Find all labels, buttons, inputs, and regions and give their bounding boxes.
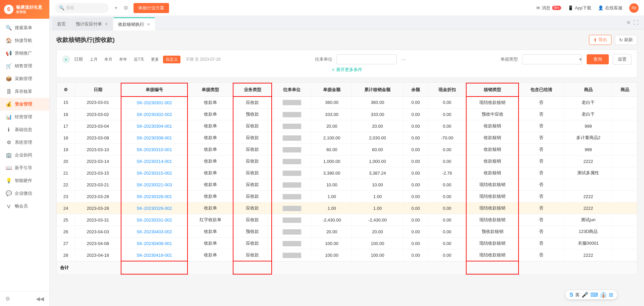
search-icon: 🔍: [59, 5, 64, 10]
table-row[interactable]: 19 2023-03-10 SK-20230310-001 收款单 应收款 ██…: [57, 144, 637, 156]
table-row[interactable]: 15 2023-03-01 SK-20230301-002 收款单 应收款 ██…: [57, 97, 637, 109]
shirt-icon[interactable]: 👔: [600, 292, 607, 298]
partner-input[interactable]: [336, 54, 397, 64]
sidebar-item-marketing[interactable]: 📢营销推广: [0, 47, 49, 60]
expand-more-btn[interactable]: ∨ 展开更多条件: [62, 65, 632, 73]
cell-date: 2023-04-03: [75, 226, 121, 238]
tab-collection-close[interactable]: ✕: [147, 22, 150, 27]
grid-icon[interactable]: ⊞: [609, 292, 613, 298]
cell-verify-type: 现结收款核销: [466, 97, 519, 109]
sidebar-item-operation[interactable]: 📊经营管理: [0, 111, 49, 123]
doc-no-link[interactable]: SK-20230328-001: [137, 194, 172, 199]
table-row[interactable]: 17 2023-03-04 SK-20230304-001 收款单 应收款 ██…: [57, 120, 637, 132]
tab-collection[interactable]: 收款核销执行 ✕: [113, 17, 155, 30]
topbar-gear-icon[interactable]: ⚙: [123, 5, 128, 11]
sidebar-item-wechat[interactable]: 💬企业微信: [0, 187, 49, 200]
doc-no-link[interactable]: SK-20230302-002: [137, 112, 172, 117]
filter-expand-button[interactable]: »: [62, 55, 70, 63]
sidebar-nav: 🔍搜索菜单 🏠快捷导航 📢营销推广 🛒销售管理 📦采购管理 🗄库存核算 💰资金管…: [0, 19, 49, 291]
doc-no-link[interactable]: SK-20230331-002: [137, 218, 172, 223]
tab-receivables[interactable]: 预计应应付单 ✕: [71, 17, 113, 30]
date-opt-more[interactable]: 更多: [148, 56, 162, 63]
settings-icon[interactable]: ⚙: [5, 296, 10, 302]
table-row[interactable]: 27 2023-04-08 SK-20230408-001 收款单 应收款 ██…: [57, 238, 637, 249]
cell-no: 18: [57, 132, 75, 144]
sidebar-item-search[interactable]: 🔍搜索菜单: [0, 21, 49, 34]
setting-button[interactable]: 设置: [613, 54, 632, 65]
app-download-item[interactable]: 📱 App下载: [568, 5, 591, 11]
sidebar-item-sales[interactable]: 🛒销售管理: [0, 60, 49, 72]
doc-no-link[interactable]: SK-20230304-001: [137, 124, 172, 129]
eng-label[interactable]: 英: [575, 292, 580, 298]
date-opt-last-month[interactable]: 上月: [87, 56, 100, 63]
cell-doc-no: SK-20230302-002: [121, 109, 188, 120]
doc-no-link[interactable]: SK-20230308-001: [137, 135, 172, 140]
doc-no-link[interactable]: SK-20230314-001: [137, 159, 172, 164]
tab-expand-icon[interactable]: ⛶: [633, 20, 639, 26]
doc-no-link[interactable]: SK-20230403-002: [137, 229, 172, 234]
date-opt-this-month[interactable]: 本月: [102, 56, 115, 63]
cell-verified: 100.00: [352, 238, 403, 249]
solution-button[interactable]: 体验行业方案: [133, 3, 169, 13]
cell-verified: 20.00: [352, 120, 403, 132]
doc-no-link[interactable]: SK-20230328-002: [137, 206, 172, 211]
table-row[interactable]: 26 2023-04-03 SK-20230403-002 收款单 预收款 ██…: [57, 226, 637, 238]
user-avatar[interactable]: Rit: [629, 3, 639, 13]
doc-no-link[interactable]: SK-20230321-003: [137, 182, 172, 187]
doc-type-select[interactable]: [522, 54, 582, 64]
table-row[interactable]: 22 2023-03-21 SK-20230321-003 收款单 应收款 ██…: [57, 179, 637, 191]
sidebar-item-basic[interactable]: ℹ基础信息: [0, 123, 49, 136]
sidebar-item-member[interactable]: V畅会员: [0, 200, 49, 212]
date-opt-7days[interactable]: 近7天: [131, 56, 147, 63]
cell-date: 2023-03-28: [75, 191, 121, 202]
sidebar-item-label: 畅会员: [15, 203, 28, 209]
table-row[interactable]: 20 2023-03-14 SK-20230314-001 收款单 应收款 ██…: [57, 156, 637, 167]
cell-discount: 0.00: [428, 191, 467, 202]
table-row[interactable]: 21 2023-03-15 SK-20230315-002 收款单 应收款 ██…: [57, 167, 637, 179]
table-row[interactable]: 28 2023-04-18 SK-20230418-001 收款单 应收款 ██…: [57, 249, 637, 261]
tab-home[interactable]: 首页: [52, 17, 70, 30]
cell-date: 2023-03-31: [75, 214, 121, 226]
doc-no-link[interactable]: SK-20230408-001: [137, 241, 172, 246]
online-support-item[interactable]: 👤 在线客服: [598, 5, 623, 11]
table-row[interactable]: 25 2023-03-31 SK-20230331-002 红字收款单 应收款 …: [57, 214, 637, 226]
doc-no-link[interactable]: SK-20230418-001: [137, 253, 172, 258]
operation-icon: 📊: [5, 114, 12, 120]
table-row[interactable]: 16 2023-03-02 SK-20230302-002 收款单 预收款 ██…: [57, 109, 637, 120]
cell-doc-no: SK-20230301-002: [121, 97, 188, 109]
sidebar-item-system[interactable]: ⚙系统管理: [0, 136, 49, 149]
cell-doc-type: 收款单: [187, 97, 233, 109]
doc-no-link[interactable]: SK-20230310-001: [137, 147, 172, 152]
sidebar-item-finance[interactable]: 💰资金管理: [0, 98, 49, 111]
sidebar-item-guide[interactable]: 📖新手引导: [0, 162, 49, 174]
sidebar-item-enterprise[interactable]: 🏢企业协同: [0, 149, 49, 162]
doc-no-link[interactable]: SK-20230315-002: [137, 171, 172, 176]
messages-item[interactable]: ✉ 消息 99+: [536, 5, 561, 11]
cell-goods: 2222: [564, 202, 612, 214]
sidebar-item-hardware[interactable]: 💡智能硬件: [0, 174, 49, 187]
topbar-dropdown[interactable]: ▼: [114, 6, 118, 10]
mic-icon[interactable]: 🎤: [582, 292, 588, 298]
col-settings[interactable]: ⚙: [57, 83, 75, 97]
sidebar-item-quick-nav[interactable]: 🏠快捷导航: [0, 34, 49, 47]
doc-no-link[interactable]: SK-20230301-002: [137, 100, 172, 105]
table-row[interactable]: 18 2023-03-08 SK-20230308-001 收款单 应收款 ██…: [57, 132, 637, 144]
export-button[interactable]: ⬆ 导出: [589, 35, 611, 45]
date-opt-custom[interactable]: 自定义: [163, 56, 180, 63]
collapse-icon[interactable]: ◀◀: [36, 296, 44, 302]
query-button[interactable]: 查询: [587, 54, 609, 64]
sidebar-item-inventory[interactable]: 🗄库存核算: [0, 85, 49, 98]
refresh-button[interactable]: ↻ 刷新: [615, 35, 637, 45]
table-row[interactable]: 23 2023-03-28 SK-20230328-001 收款单 应收款 ██…: [57, 191, 637, 202]
marketing-icon: 📢: [5, 50, 12, 56]
keyboard-icon[interactable]: ⌨: [590, 292, 598, 298]
tab-receivables-close[interactable]: ✕: [105, 22, 108, 26]
table-settings-icon[interactable]: ⚙: [64, 87, 68, 92]
table-row[interactable]: 24 2023-03-28 SK-20230328-002 收款单 应收款 ██…: [57, 202, 637, 214]
sidebar-item-purchase[interactable]: 📦采购管理: [0, 72, 49, 85]
filter-ellipsis[interactable]: ···: [401, 56, 406, 63]
topbar: 🔍 搜索 ▼ ⚙ 体验行业方案 ✉ 消息 99+ 📱 App下载 👤 在线客服: [50, 0, 644, 16]
tab-close-all-icon[interactable]: ✕: [626, 19, 631, 26]
topbar-search[interactable]: 🔍 搜索: [55, 3, 109, 13]
date-opt-this-year[interactable]: 本年: [116, 56, 130, 63]
